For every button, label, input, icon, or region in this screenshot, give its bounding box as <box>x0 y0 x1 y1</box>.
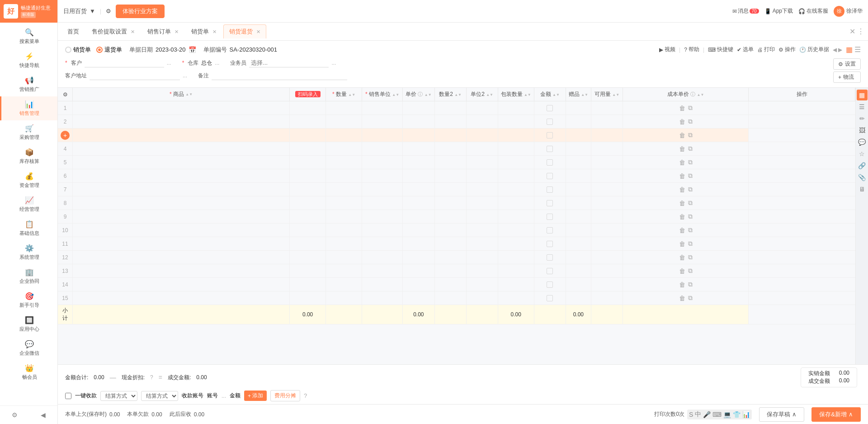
one-click-payment-checkbox[interactable] <box>65 393 71 399</box>
unit-price-cell[interactable] <box>362 237 403 251</box>
available-cell[interactable] <box>566 224 591 237</box>
qty-cell[interactable] <box>290 142 326 156</box>
gift-cell[interactable] <box>534 183 566 196</box>
gift-cell[interactable] <box>534 142 566 156</box>
topbar-settings-btn[interactable]: ⚙ <box>106 8 111 14</box>
delete-row-icon[interactable]: 🗑 <box>679 105 685 112</box>
product-cell[interactable] <box>73 210 290 224</box>
topbar-daily-goods[interactable]: 日用百货 ▼ <box>63 7 95 15</box>
cost-price-cell[interactable] <box>591 278 623 291</box>
pack-qty-cell[interactable] <box>466 237 498 251</box>
unit-price-cell[interactable] <box>362 291 403 305</box>
copy-row-icon[interactable]: ⧉ <box>688 253 693 261</box>
unit-price-cell[interactable] <box>362 251 403 264</box>
cost-price-cell[interactable] <box>591 237 623 251</box>
amount-cell[interactable] <box>498 237 534 251</box>
billing-calc-select[interactable]: 结算方式 <box>141 391 178 401</box>
qty2-cell[interactable] <box>403 156 435 169</box>
gift-checkbox[interactable] <box>547 173 553 179</box>
gift-checkbox[interactable] <box>547 200 553 206</box>
delete-row-icon[interactable]: 🗑 <box>679 295 685 302</box>
discount-help-icon[interactable]: ? <box>150 374 153 381</box>
available-cell[interactable] <box>566 291 591 305</box>
scan-badge[interactable]: 扫码录入 <box>295 91 321 97</box>
unit-price-cell[interactable] <box>362 196 403 210</box>
available-cell[interactable] <box>566 183 591 196</box>
unit-price-cell[interactable] <box>362 278 403 291</box>
gift-cell[interactable] <box>534 278 566 291</box>
right-note-icon[interactable]: ✏ <box>857 113 868 124</box>
amount-cell[interactable] <box>498 129 534 142</box>
qty-cell[interactable] <box>290 291 326 305</box>
sales-unit-cell[interactable] <box>326 129 362 142</box>
sales-unit-cell[interactable] <box>326 156 362 169</box>
online-service-btn[interactable]: 🎧 在线客服 <box>798 7 828 15</box>
delete-row-icon[interactable]: 🗑 <box>679 240 685 248</box>
sidebar-item-basics[interactable]: 📋 基础信息 <box>0 216 57 240</box>
product-cell[interactable] <box>73 291 290 305</box>
gift-checkbox[interactable] <box>547 159 553 166</box>
qty2-cell[interactable] <box>403 278 435 291</box>
qty2-cell[interactable] <box>403 251 435 264</box>
qty2-cell[interactable] <box>403 101 435 115</box>
unit2-cell[interactable] <box>434 142 466 156</box>
bottom-icon-6[interactable]: 👕 <box>733 411 741 418</box>
delete-row-icon[interactable]: 🗑 <box>679 186 685 193</box>
billing-method-select[interactable]: 结算方式 <box>100 391 137 401</box>
gift-checkbox[interactable] <box>547 268 553 274</box>
pack-qty-cell[interactable] <box>466 278 498 291</box>
right-image-icon[interactable]: 🖼 <box>857 125 868 136</box>
unit2-cell[interactable] <box>434 129 466 142</box>
sidebar-item-appstore[interactable]: 🔲 应用中心 <box>0 312 57 336</box>
copy-row-icon[interactable]: ⧉ <box>688 118 693 125</box>
delete-row-icon[interactable]: 🗑 <box>679 227 685 234</box>
gift-cell[interactable] <box>534 196 566 210</box>
delete-row-icon[interactable]: 🗑 <box>679 132 685 139</box>
cost-price-cell[interactable] <box>591 115 623 129</box>
unit2-cell[interactable] <box>434 251 466 264</box>
unit-price-cell[interactable] <box>362 142 403 156</box>
copy-row-icon[interactable]: ⧉ <box>688 240 693 248</box>
delete-row-icon[interactable]: 🗑 <box>679 267 685 275</box>
radio-return[interactable]: 退货单 <box>96 46 122 54</box>
gift-cell[interactable] <box>534 251 566 264</box>
right-comment-icon[interactable]: 💬 <box>857 137 868 148</box>
delete-row-icon[interactable]: 🗑 <box>679 159 685 166</box>
tab-close-all-icon[interactable]: ✕ <box>849 27 855 36</box>
sidebar-item-purchase[interactable]: 🛒 采购管理 <box>0 120 57 144</box>
tab-sales-order[interactable]: 销售订单 ✕ <box>142 24 184 38</box>
sales-unit-cell[interactable] <box>326 278 362 291</box>
gift-checkbox[interactable] <box>547 132 553 138</box>
copy-row-icon[interactable]: ⧉ <box>688 131 693 139</box>
qty2-cell[interactable] <box>403 115 435 129</box>
delete-row-icon[interactable]: 🗑 <box>679 145 685 152</box>
bottom-icon-5[interactable]: 💻 <box>723 411 731 418</box>
sidebar-item-shortcuts[interactable]: ⚡ 快捷导航 <box>0 48 57 72</box>
sales-unit-cell[interactable] <box>326 237 362 251</box>
available-cell[interactable] <box>566 156 591 169</box>
tab-sales-delivery[interactable]: 销货单 ✕ <box>185 24 222 38</box>
cost-price-cell[interactable] <box>591 224 623 237</box>
gift-cell[interactable] <box>534 129 566 142</box>
copy-row-icon[interactable]: ⧉ <box>688 281 693 288</box>
unit-price-cell[interactable] <box>362 129 403 142</box>
unit-price-cell[interactable] <box>362 101 403 115</box>
right-grid-icon[interactable]: ▦ <box>857 90 868 100</box>
product-cell[interactable] <box>73 142 290 156</box>
trial-btn[interactable]: 体验行业方案 <box>116 5 165 18</box>
qty-cell[interactable] <box>290 224 326 237</box>
tab-sales-order-close[interactable]: ✕ <box>175 29 179 35</box>
available-cell[interactable] <box>566 169 591 183</box>
pack-qty-cell[interactable] <box>466 251 498 264</box>
qty2-cell[interactable] <box>403 210 435 224</box>
collapse-icon[interactable]: ◀ <box>39 410 47 420</box>
gift-cell[interactable] <box>534 156 566 169</box>
pack-qty-cell[interactable] <box>466 101 498 115</box>
tab-sales-return-close[interactable]: ✕ <box>256 29 260 35</box>
help-btn[interactable]: ? 帮助 <box>684 46 699 53</box>
sales-unit-cell[interactable] <box>326 169 362 183</box>
available-cell[interactable] <box>566 196 591 210</box>
qty-cell[interactable] <box>290 129 326 142</box>
copy-row-icon[interactable]: ⧉ <box>688 172 693 180</box>
prev-icon[interactable]: ◀ <box>833 47 837 53</box>
